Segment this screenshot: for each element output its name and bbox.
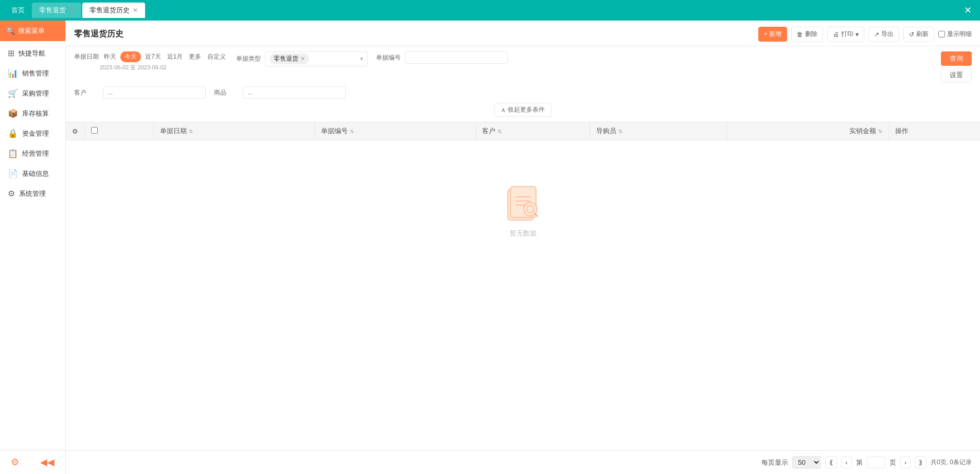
date-btn-last-month[interactable]: 近1月	[165, 51, 185, 62]
empty-state-text: 暂无数据	[510, 229, 537, 238]
date-btn-custom[interactable]: 自定义	[205, 51, 228, 62]
sidebar-item-basic-info[interactable]: 📄 基础信息	[0, 163, 65, 184]
goods-filter: 商品	[214, 86, 346, 99]
goods-label: 商品	[214, 88, 240, 97]
customer-input[interactable]	[103, 86, 206, 99]
sidebar-item-finance[interactable]: 🔒 资金管理	[0, 123, 65, 143]
voucher-type-select[interactable]: 零售退货 ✕ ▾	[265, 51, 368, 66]
th-number[interactable]: 单据编号 ⇅	[314, 122, 475, 140]
select-all-checkbox[interactable]	[91, 127, 98, 134]
print-button[interactable]: 🖨 打印 ▾	[827, 27, 864, 42]
operations-icon: 📋	[8, 149, 18, 158]
sidebar-item-system-mgmt[interactable]: ⚙ 系统管理	[0, 184, 65, 204]
voucher-number-label: 单据编号	[376, 53, 402, 62]
th-guide[interactable]: 导购员 ⇅	[590, 122, 727, 140]
settings-button[interactable]: 设置	[941, 68, 972, 82]
print-icon: 🖨	[833, 31, 839, 38]
window-close-button[interactable]: ✕	[960, 5, 976, 16]
filter-area: 单据日期 昨天 今天 近7天 近1月 更多 自定义 2023-06-02 至 2…	[66, 46, 980, 122]
tab-retail-return-close[interactable]: ✕	[69, 7, 74, 14]
export-button[interactable]: ↗ 导出	[868, 27, 899, 42]
refresh-icon: ↺	[909, 31, 914, 38]
page-unit-label: 页	[889, 458, 896, 467]
refresh-button[interactable]: ↺ 刷新	[903, 27, 934, 42]
sidebar-bottom: ⚙ ◀◀	[0, 450, 65, 474]
th-date[interactable]: 单据日期 ⇅	[153, 122, 314, 140]
customer-label: 客户	[74, 88, 100, 97]
customer-filter: 客户	[74, 86, 206, 99]
display-detail-checkbox-label[interactable]: 显示明细	[938, 30, 972, 39]
th-customer-sort-icon: ⇅	[497, 129, 502, 134]
sidebar-item-operations-label: 经营管理	[22, 149, 49, 158]
voucher-type-label: 单据类型	[236, 54, 262, 63]
delete-icon: 🗑	[797, 31, 803, 38]
voucher-type-clear-icon[interactable]: ✕	[300, 56, 305, 62]
tab-retail-return[interactable]: 零售退货 ✕	[32, 3, 81, 18]
th-guide-sort-icon: ⇅	[618, 129, 622, 134]
sidebar-item-sales-mgmt[interactable]: 📊 销售管理	[0, 63, 65, 83]
sidebar-search[interactable]: 🔍 搜索菜单	[0, 21, 65, 41]
delete-label: 删除	[805, 30, 817, 39]
last-page-button[interactable]: ⟫	[915, 457, 926, 468]
sidebar-settings-button[interactable]: ⚙	[7, 454, 23, 470]
th-date-label: 单据日期	[160, 126, 187, 136]
sidebar-item-system-mgmt-label: 系统管理	[19, 189, 46, 198]
voucher-number-input[interactable]	[405, 51, 508, 64]
date-btn-yesterday[interactable]: 昨天	[102, 51, 118, 62]
total-info: 共0页, 0条记录	[931, 458, 972, 467]
system-mgmt-icon: ⚙	[8, 189, 15, 198]
search-icon: 🔍	[6, 27, 15, 35]
collapse-filter-button[interactable]: ∧ 收起更多条件	[494, 103, 551, 117]
top-tab-bar: 首页 零售退货 ✕ 零售退货历史 ✕ ✕	[0, 0, 980, 21]
new-button[interactable]: + 新增	[758, 27, 787, 42]
display-detail-label: 显示明细	[947, 30, 972, 39]
tab-retail-return-history[interactable]: 零售退货历史 ✕	[82, 3, 145, 18]
quick-nav-icon: ⊞	[8, 48, 14, 58]
purchase-mgmt-icon: 🛒	[8, 88, 18, 98]
next-page-button[interactable]: ›	[900, 457, 911, 468]
basic-info-icon: 📄	[8, 169, 18, 178]
th-amount[interactable]: 实销金额 ⇅	[727, 122, 888, 140]
sidebar-item-inventory-label: 库存核算	[22, 109, 49, 118]
page-header: 零售退货历史 + 新增 🗑 删除 🖨 打印 ▾ ↗ 导出 ↺	[66, 21, 980, 46]
date-btn-more[interactable]: 更多	[187, 51, 203, 62]
sidebar: 🔍 搜索菜单 ⊞ 快捷导航 📊 销售管理 🛒 采购管理 📦 库存核算 🔒	[0, 21, 66, 474]
empty-state-icon	[503, 181, 544, 223]
sidebar-item-purchase-mgmt-label: 采购管理	[22, 89, 49, 98]
th-amount-label: 实销金额	[849, 126, 876, 136]
th-checkbox[interactable]	[85, 122, 154, 140]
th-customer[interactable]: 客户 ⇅	[476, 122, 590, 140]
page-size-label: 每页显示	[761, 458, 788, 467]
voucher-type-filter: 单据类型 零售退货 ✕ ▾	[236, 51, 368, 66]
sidebar-menu: ⊞ 快捷导航 📊 销售管理 🛒 采购管理 📦 库存核算 🔒 资金管理 📋	[0, 41, 65, 450]
first-page-button[interactable]: ⟪	[825, 457, 837, 468]
query-button[interactable]: 查询	[941, 51, 972, 66]
print-label: 打印	[841, 30, 853, 39]
page-number-input[interactable]: 1	[867, 457, 885, 468]
content-area: 零售退货历史 + 新增 🗑 删除 🖨 打印 ▾ ↗ 导出 ↺	[66, 21, 980, 474]
sidebar-item-operations[interactable]: 📋 经营管理	[0, 143, 65, 163]
date-filter-label: 单据日期	[74, 52, 100, 61]
tab-retail-return-history-close[interactable]: ✕	[133, 7, 138, 14]
sidebar-sound-button[interactable]: ◀◀	[36, 454, 59, 470]
sidebar-item-basic-info-label: 基础信息	[22, 169, 49, 178]
display-detail-checkbox[interactable]	[938, 31, 945, 38]
sidebar-item-quick-nav[interactable]: ⊞ 快捷导航	[0, 43, 65, 63]
table-container: ⚙ 单据日期 ⇅ 单据编号	[66, 122, 980, 450]
goods-input[interactable]	[243, 86, 346, 99]
date-btn-today[interactable]: 今天	[120, 51, 141, 62]
th-number-label: 单据编号	[321, 126, 348, 136]
sidebar-item-purchase-mgmt[interactable]: 🛒 采购管理	[0, 83, 65, 103]
th-settings[interactable]: ⚙	[66, 122, 85, 140]
delete-button[interactable]: 🗑 删除	[791, 27, 823, 42]
tab-home[interactable]: 首页	[4, 3, 32, 18]
prev-page-button[interactable]: ‹	[841, 457, 851, 468]
sidebar-item-inventory[interactable]: 📦 库存核算	[0, 103, 65, 123]
toolbar: + 新增 🗑 删除 🖨 打印 ▾ ↗ 导出 ↺ 刷新	[758, 27, 972, 42]
page-size-select[interactable]: 50 20 100	[792, 456, 821, 469]
inventory-icon: 📦	[8, 108, 18, 118]
sidebar-item-quick-nav-label: 快捷导航	[19, 49, 45, 58]
date-btn-last7[interactable]: 近7天	[143, 51, 163, 62]
date-range-text: 2023-06-02 至 2023-06-02	[100, 64, 167, 70]
date-filters: 昨天 今天 近7天 近1月 更多 自定义	[102, 51, 228, 62]
